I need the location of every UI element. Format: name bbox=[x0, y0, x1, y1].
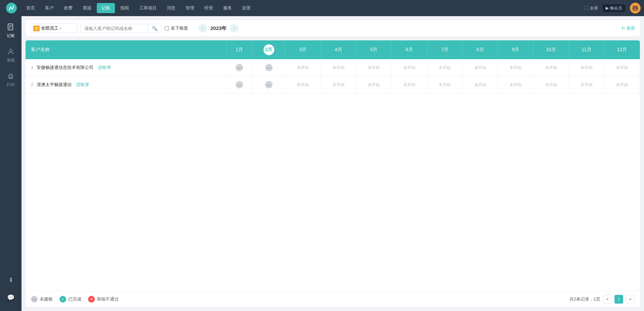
nav-manage[interactable]: 管理 bbox=[181, 3, 199, 13]
legend-rejected: ✕ 审核不通过 bbox=[88, 296, 119, 303]
col-jun: 6月 bbox=[392, 40, 427, 59]
col-oct: 10月 bbox=[533, 40, 569, 59]
vip-button[interactable]: ▶ 畅会员 bbox=[602, 4, 626, 13]
legend-label-rejected: 审核不通过 bbox=[97, 296, 119, 302]
sidebar-item-download[interactable]: ⬇ bbox=[0, 272, 22, 288]
row2-apr: 未开始 bbox=[321, 76, 356, 93]
row1-oct: 未开始 bbox=[533, 59, 569, 76]
row1-nov: 未开始 bbox=[569, 59, 604, 76]
row2-nov: 未开始 bbox=[569, 76, 604, 93]
refresh-button[interactable]: ↻ 刷新 bbox=[621, 25, 635, 31]
logo bbox=[3, 3, 19, 13]
client-cell-1: 1 安徽畅捷通信息技术有限公司 进账簿 bbox=[26, 59, 226, 76]
nav-business[interactable]: 工商项目 bbox=[134, 3, 161, 13]
current-month-circle: 2月 bbox=[264, 44, 274, 55]
nav-items: 首页 客户 收费 票据 记账 报税 工商项目 消息 管理 经营 服务 设置 bbox=[22, 3, 585, 13]
content-area: 全 全部员工 ▾ 🔍 名下账套 ‹ 2023年 › ↻ 刷新 bbox=[22, 16, 644, 311]
print-icon bbox=[6, 71, 15, 81]
nav-bookkeeping[interactable]: 记账 bbox=[97, 3, 115, 13]
nav-service[interactable]: 服务 bbox=[218, 3, 237, 13]
my-accounts-checkbox[interactable] bbox=[165, 26, 169, 31]
table-header-row: 客户名称 1月 2月 3月 4月 5月 6月 7月 8月 9月 bbox=[26, 40, 640, 59]
audit-icon bbox=[6, 47, 15, 56]
current-page-button[interactable]: 1 bbox=[614, 295, 623, 304]
row1-jan: — bbox=[226, 59, 252, 76]
row2-jul: 未开始 bbox=[427, 76, 462, 93]
nav-settings[interactable]: 设置 bbox=[237, 3, 255, 13]
search-button[interactable]: 🔍 bbox=[148, 24, 161, 33]
row2-oct: 未开始 bbox=[533, 76, 569, 93]
legend-complete: ✓ 已完成 bbox=[59, 296, 81, 303]
search-box: 🔍 bbox=[81, 24, 161, 33]
my-accounts-checkbox-label[interactable]: 名下账套 bbox=[165, 25, 188, 31]
nav-fee[interactable]: 收费 bbox=[59, 3, 77, 13]
year-prev-button[interactable]: ‹ bbox=[198, 24, 207, 33]
search-input[interactable] bbox=[81, 24, 148, 33]
user-avatar[interactable]: 🐻 bbox=[630, 3, 641, 13]
col-nov: 11月 bbox=[569, 40, 604, 59]
download-icon: ⬇ bbox=[6, 275, 15, 285]
col-dec: 12月 bbox=[604, 40, 640, 59]
col-aug: 8月 bbox=[462, 40, 498, 59]
year-next-button[interactable]: › bbox=[230, 24, 239, 33]
row1-feb: — bbox=[252, 59, 285, 76]
row2-sep: 未开始 bbox=[498, 76, 533, 93]
vip-icon: ▶ bbox=[606, 6, 609, 10]
col-jul: 7月 bbox=[427, 40, 462, 59]
row2-may: 未开始 bbox=[356, 76, 392, 93]
toolbar: 全 全部员工 ▾ 🔍 名下账套 ‹ 2023年 › ↻ 刷新 bbox=[26, 20, 640, 36]
col-may: 5月 bbox=[356, 40, 392, 59]
table-wrap: 客户名称 1月 2月 3月 4月 5月 6月 7月 8月 9月 bbox=[26, 40, 640, 291]
row2-dec: 未开始 bbox=[604, 76, 640, 93]
top-nav: 首页 客户 收费 票据 记账 报税 工商项目 消息 管理 经营 服务 设置 ⛶ … bbox=[0, 0, 644, 16]
legend-unbuilt: — 未建账 bbox=[31, 296, 53, 303]
sidebar-item-chat[interactable]: 💬 bbox=[0, 289, 22, 306]
sidebar-bottom: ⬇ 💬 bbox=[0, 272, 22, 311]
row1-may: 未开始 bbox=[356, 59, 392, 76]
col-jan: 1月 bbox=[226, 40, 252, 59]
dash-icon: — bbox=[265, 81, 273, 88]
pagination: 共2条记录，1页 < 1 > bbox=[569, 295, 635, 304]
next-page-button[interactable]: > bbox=[626, 295, 635, 304]
nav-client[interactable]: 客户 bbox=[40, 3, 58, 13]
legend-label-unbuilt: 未建账 bbox=[40, 296, 53, 302]
table-row: 2 漠澳太平畅捷通信 进账簿 — — 未开始 未开始 未开始 未开始 未开始 未… bbox=[26, 76, 640, 93]
nav-message[interactable]: 消息 bbox=[162, 3, 180, 13]
fullscreen-button[interactable]: ⛶ 全屏 bbox=[585, 5, 598, 11]
nav-operation[interactable]: 经营 bbox=[200, 3, 218, 13]
fullscreen-label: 全屏 bbox=[590, 5, 598, 11]
sidebar-item-bookkeeping[interactable]: 记账 bbox=[0, 19, 22, 42]
sidebar-label-bookkeeping: 记账 bbox=[7, 33, 15, 39]
row1-dec: 未开始 bbox=[604, 59, 640, 76]
table-row: 1 安徽畅捷通信息技术有限公司 进账簿 — — 未开始 未开始 未开始 未开始 … bbox=[26, 59, 640, 76]
employee-select[interactable]: 全 全部员工 ▾ bbox=[30, 24, 77, 33]
row2-aug: 未开始 bbox=[462, 76, 498, 93]
nav-home[interactable]: 首页 bbox=[22, 3, 40, 13]
year-nav: ‹ 2023年 › bbox=[198, 24, 239, 33]
enter-link-2[interactable]: 进账簿 bbox=[76, 82, 89, 87]
nav-ticket[interactable]: 票据 bbox=[78, 3, 96, 13]
col-feb: 2月 bbox=[252, 40, 285, 59]
row1-aug: 未开始 bbox=[462, 59, 498, 76]
table-container: 客户名称 1月 2月 3月 4月 5月 6月 7月 8月 9月 bbox=[26, 40, 640, 307]
nav-tax[interactable]: 报税 bbox=[116, 3, 134, 13]
row1-sep: 未开始 bbox=[498, 59, 533, 76]
dash-icon: — bbox=[265, 64, 273, 71]
main-table: 客户名称 1月 2月 3月 4月 5月 6月 7月 8月 9月 bbox=[26, 40, 640, 93]
row2-mar: 未开始 bbox=[285, 76, 321, 93]
sidebar-item-print[interactable]: 打印 bbox=[0, 68, 22, 91]
fullscreen-icon: ⛶ bbox=[585, 6, 589, 10]
col-apr: 4月 bbox=[321, 40, 356, 59]
col-sep: 9月 bbox=[498, 40, 533, 59]
main-layout: 记账 审核 打印 ⬇ bbox=[0, 16, 644, 311]
vip-label: 畅会员 bbox=[610, 5, 622, 11]
my-accounts-label: 名下账套 bbox=[171, 25, 188, 31]
prev-page-button[interactable]: < bbox=[603, 295, 612, 304]
sidebar-item-audit[interactable]: 审核 bbox=[0, 43, 22, 67]
legend-icon-complete: ✓ bbox=[59, 296, 66, 303]
refresh-label: 刷新 bbox=[627, 25, 635, 31]
dash-icon: — bbox=[236, 64, 243, 71]
enter-link-1[interactable]: 进账簿 bbox=[98, 65, 111, 70]
total-records: 共2条记录，1页 bbox=[569, 296, 600, 302]
col-client-name: 客户名称 bbox=[26, 40, 226, 59]
